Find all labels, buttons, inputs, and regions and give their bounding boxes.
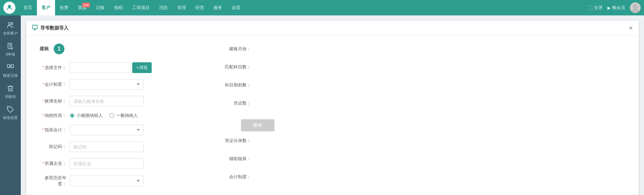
history-year-row: 参照历史年度： (40, 175, 201, 187)
info-accounting-system-label: 会计制度： (221, 174, 254, 180)
close-button[interactable]: × (629, 25, 633, 31)
sidebar-label-0shenb: 0申报 (6, 52, 15, 57)
file-input-group: +浏览 (70, 62, 152, 73)
info-auxiliary-label: 辅助核算： (221, 156, 254, 162)
svg-rect-10 (33, 25, 37, 29)
vip-button[interactable]: ▶ 畅会员 (607, 5, 625, 11)
dialog-container: 导爷数据导入 × 建账 1 *选择文件： (26, 21, 639, 195)
sidebar-item-trash[interactable]: 回收站 (0, 81, 21, 103)
nav-business[interactable]: 工商项目 (128, 0, 154, 15)
company-label: *所属企业： (40, 160, 70, 167)
browse-button[interactable]: +浏览 (132, 62, 152, 73)
tax-type-label: *纳税性质： (40, 113, 70, 119)
tag-icon (7, 106, 14, 114)
vip-label: 畅会员 (612, 5, 625, 11)
trash-icon (7, 85, 14, 93)
import-icon (32, 25, 38, 31)
nav-settings[interactable]: 设置 (227, 0, 245, 15)
tax-type-row: *纳税性质： 小规模纳税人 一般纳税人 (40, 113, 201, 119)
dialog-title: 导爷数据导入 (40, 25, 68, 31)
file-row: *选择文件： +浏览 (40, 62, 201, 73)
svg-point-2 (8, 22, 11, 25)
create-account-button[interactable]: 建账 (241, 119, 275, 131)
file-input[interactable] (70, 62, 130, 73)
fullscreen-label: 全屏 (594, 5, 603, 11)
nav-items: 首页 客户 收费 票据 new 记账 报税 工商项目 消息 管理 经营 服务 设… (19, 0, 588, 15)
sidebar-label-trash: 回收站 (5, 94, 16, 99)
dialog-body: 建账 1 *选择文件： +浏览 (26, 36, 639, 195)
required-star: * (42, 65, 44, 70)
info-match-label: 匹配科目数： (221, 64, 254, 70)
ledger-name-input[interactable] (70, 96, 144, 107)
info-month-label: 建账月份： (221, 46, 254, 52)
history-year-label: 参照历史年度： (40, 175, 70, 187)
memo-input[interactable] (70, 141, 144, 152)
sidebar-label-transfer: 账套迁移 (3, 73, 18, 78)
nav-operation[interactable]: 经营 (191, 0, 209, 15)
nav-fee[interactable]: 收费 (55, 0, 73, 15)
info-accounting-system-row: 会计制度： (221, 172, 625, 182)
user-avatar[interactable] (630, 2, 641, 13)
info-voucher-entries-label: 凭证分录数： (221, 138, 254, 144)
ledger-name-label: *账簿名称： (40, 98, 70, 104)
sidebar-item-0shenb[interactable]: 0 0申报 (0, 39, 21, 60)
file-label: *选择文件： (40, 65, 70, 71)
step-label: 建账 (40, 46, 49, 52)
app-logo (3, 2, 15, 14)
ledger-name-row: *账簿名称： (40, 96, 201, 107)
new-badge: new (82, 3, 90, 7)
info-voucher-label: 凭证数： (221, 100, 254, 106)
sidebar-item-transfer[interactable]: 账套迁移 (0, 60, 21, 81)
nav-bookkeeping[interactable]: 记账 (91, 0, 109, 15)
svg-text:0: 0 (11, 47, 12, 49)
sidebar-item-tags[interactable]: 标签设置 (0, 103, 21, 124)
memo-row: 助记码： (40, 141, 201, 152)
nav-manage[interactable]: 管理 (172, 0, 191, 15)
tax-radio-group: 小规模纳税人 一般纳税人 (70, 113, 138, 119)
nav-service[interactable]: 服务 (209, 0, 227, 15)
nav-tax[interactable]: 报税 (109, 0, 128, 15)
accountant-select[interactable] (70, 125, 144, 135)
accountant-label: *指派会计： (40, 127, 70, 133)
nav-customer[interactable]: 客户 (37, 0, 55, 15)
accounting-system-select[interactable] (70, 79, 144, 90)
info-voucher-row: 凭证数： (221, 98, 625, 109)
sidebar-label-tags: 标签设置 (3, 115, 18, 120)
accountant-row: *指派会计： (40, 125, 201, 135)
transfer-icon (7, 64, 14, 72)
nav-invoice[interactable]: 票据 new (73, 0, 91, 15)
nav-message[interactable]: 消息 (154, 0, 172, 15)
main-layout: 全部客户 0 0申报 账套迁移 (0, 15, 644, 195)
info-initial-label: 科目期初数： (221, 82, 254, 88)
info-month-row: 建账月份： (221, 44, 625, 54)
svg-rect-7 (7, 65, 10, 68)
company-row: *所属企业： (40, 158, 201, 169)
topnav-right: ⛶ 全屏 ▶ 畅会员 (588, 2, 641, 13)
nav-home[interactable]: 首页 (19, 0, 37, 15)
form-section: 建账 1 *选择文件： +浏览 (40, 44, 201, 193)
info-match-row: 匹配科目数： (221, 62, 625, 72)
vip-icon: ▶ (607, 5, 611, 10)
info-initial-row: 科目期初数： (221, 80, 625, 90)
tax-option-small[interactable]: 小规模纳税人 (70, 113, 103, 119)
tax-option-general[interactable]: 一般纳税人 (109, 113, 138, 119)
sidebar-item-all-customers[interactable]: 全部客户 (0, 18, 21, 39)
dialog-header: 导爷数据导入 × (26, 21, 639, 36)
svg-point-3 (11, 23, 13, 25)
history-year-select[interactable] (70, 176, 144, 186)
info-voucher-entries-row: 凭证分录数： (221, 135, 625, 146)
file-icon: 0 (7, 43, 14, 51)
svg-point-1 (633, 4, 638, 9)
step-header: 建账 1 (40, 44, 201, 54)
fullscreen-icon: ⛶ (588, 5, 593, 10)
company-input[interactable] (70, 158, 144, 169)
content-area: 导爷数据导入 × 建账 1 *选择文件： (21, 15, 644, 195)
sidebar-label-all-customers: 全部客户 (3, 31, 18, 36)
info-section: 建账月份： 匹配科目数： 科目期初数： 凭证数： (201, 44, 625, 193)
users-icon (7, 21, 14, 29)
fullscreen-button[interactable]: ⛶ 全屏 (588, 5, 603, 11)
sidebar: 全部客户 0 0申报 账套迁移 (0, 15, 21, 195)
memo-label: 助记码： (40, 144, 70, 150)
dialog-title-area: 导爷数据导入 (32, 25, 68, 31)
accounting-system-label: *会计制度： (40, 81, 70, 87)
